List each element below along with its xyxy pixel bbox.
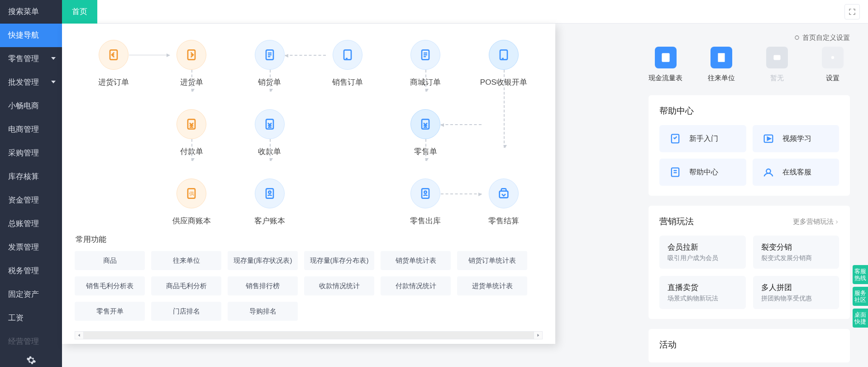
- flow-sales-order[interactable]: 销售订单: [309, 40, 386, 87]
- mkt-live[interactable]: 直播卖货场景式购物新玩法: [659, 276, 746, 309]
- sidebar-item-wholesale[interactable]: 批发管理: [0, 71, 62, 94]
- svg-point-0: [795, 36, 799, 39]
- flow-customer-ledger[interactable]: 客户账本: [231, 179, 309, 226]
- play-icon: [761, 131, 776, 146]
- sidebar-item-ecommerce[interactable]: 电商管理: [0, 118, 62, 141]
- cashflow-icon: [655, 47, 677, 68]
- flow-mall-order[interactable]: 商城订单: [386, 40, 464, 87]
- mkt-group[interactable]: 多人拼团拼团购物享受优惠: [753, 276, 839, 309]
- flow-retail-out[interactable]: 零售出库: [386, 179, 464, 226]
- shortcut-settings[interactable]: 设置: [816, 47, 850, 82]
- sidebar-item-quicknav[interactable]: 快捷导航: [0, 24, 62, 47]
- help-newbie[interactable]: 新手入门: [659, 125, 746, 152]
- func-store-rank[interactable]: 门店排名: [151, 302, 221, 321]
- aim-icon: [793, 34, 801, 41]
- shortcut-cashflow[interactable]: 现金流量表: [649, 47, 682, 82]
- func-receipt-stat[interactable]: 收款情况统计: [304, 276, 374, 295]
- arrow-down-icon: [191, 139, 192, 161]
- float-desktop-shortcut[interactable]: 桌面快捷: [853, 309, 868, 328]
- home-custom-settings[interactable]: 首页自定义设置: [649, 34, 850, 42]
- func-retail-open[interactable]: 零售开单: [75, 302, 145, 321]
- flow-purchase-bill[interactable]: 进货单: [153, 40, 230, 87]
- shortcut-contacts[interactable]: 往来单位: [704, 47, 738, 82]
- func-stock-status[interactable]: 现存量(库存状况表): [228, 251, 298, 270]
- arrow-down-icon: [425, 70, 426, 92]
- list-icon: [410, 40, 440, 70]
- scroll-right-button[interactable]: [534, 332, 542, 339]
- sidebar-item-fund[interactable]: 资金管理: [0, 188, 62, 212]
- panel-title: 帮助中心: [659, 105, 839, 117]
- flow-retail-settle[interactable]: 零售结算: [465, 179, 543, 226]
- headset-icon: [761, 164, 776, 180]
- func-grid: 商品 往来单位 现存量(库存状况表) 现存量(库存分布表) 销货单统计表 销货订…: [75, 251, 543, 321]
- quicknav-flyout: 进货订单 进货单 销货单 销售订单 商城订单: [62, 24, 555, 344]
- tab-home[interactable]: 首页: [62, 0, 97, 24]
- func-sales-profit[interactable]: 销售毛利分析表: [75, 276, 145, 295]
- flow-payment[interactable]: 付款单: [153, 109, 230, 157]
- flow-retail-bill[interactable]: 零售单: [386, 109, 464, 157]
- help-video[interactable]: 视频学习: [753, 125, 839, 152]
- sidebar-item-label: 批发管理: [8, 78, 39, 87]
- mkt-member[interactable]: 会员拉新吸引用户成为会员: [659, 236, 746, 269]
- help-service[interactable]: 在线客服: [753, 159, 839, 186]
- func-stock-dist[interactable]: 现存量(库存分布表): [304, 251, 374, 270]
- svg-rect-3: [718, 53, 725, 62]
- building-icon: [711, 47, 732, 68]
- outstock-icon: [410, 179, 440, 208]
- mkt-fission[interactable]: 裂变分销裂变式发展分销商: [753, 236, 839, 269]
- sidebar-search[interactable]: 搜索菜单: [0, 0, 62, 24]
- sidebar-item-salary[interactable]: 工资: [0, 306, 62, 330]
- func-product-profit[interactable]: 商品毛利分析: [151, 276, 221, 295]
- checklist-icon: [668, 131, 683, 146]
- sidebar-item-tax[interactable]: 税务管理: [0, 259, 62, 283]
- scroll-left-button[interactable]: [75, 332, 83, 339]
- sidebar-item-invoice[interactable]: 发票管理: [0, 236, 62, 259]
- help-item-label: 新手入门: [689, 134, 718, 144]
- float-service-hotline[interactable]: 客服热线: [853, 265, 868, 284]
- float-community[interactable]: 服务社区: [853, 287, 868, 306]
- flow-label: 零售结算: [465, 216, 543, 226]
- func-payment-stat[interactable]: 付款情况统计: [381, 276, 451, 295]
- help-item-label: 在线客服: [782, 168, 811, 177]
- func-guide-rank[interactable]: 导购排名: [228, 302, 298, 321]
- marketing-more-link[interactable]: 更多营销玩法: [793, 217, 839, 226]
- home-settings-label: 首页自定义设置: [802, 34, 850, 41]
- func-salesorder-stat[interactable]: 销货订单统计表: [457, 251, 527, 270]
- func-product[interactable]: 商品: [75, 251, 145, 270]
- svg-point-24: [424, 191, 427, 193]
- more-label: 更多营销玩法: [793, 217, 834, 225]
- sidebar-settings[interactable]: [0, 353, 62, 367]
- doc-icon: [489, 40, 519, 70]
- flow-receipt[interactable]: 收款单: [231, 109, 309, 157]
- sidebar-item-inventory[interactable]: 库存核算: [0, 165, 62, 188]
- help-item-label: 帮助中心: [689, 168, 718, 177]
- sidebar-item-xiaochang[interactable]: 小畅电商: [0, 94, 62, 118]
- sidebar-item-asset[interactable]: 固定资产: [0, 283, 62, 306]
- float-tags: 客服热线 服务社区 桌面快捷: [853, 265, 868, 330]
- flow-purchase-order[interactable]: 进货订单: [75, 40, 153, 87]
- money-icon: [410, 109, 440, 139]
- marketing-panel: 营销玩法 更多营销玩法 会员拉新吸引用户成为会员 裂变分销裂变式发展分销商 直播…: [649, 206, 850, 319]
- scroll-track[interactable]: [83, 332, 534, 339]
- func-sales-stat[interactable]: 销货单统计表: [381, 251, 451, 270]
- chevron-down-icon: [51, 57, 56, 60]
- help-panel: 帮助中心 新手入门 视频学习 帮助中心 在线客服: [649, 95, 850, 196]
- sidebar-item-purchase[interactable]: 采购管理: [0, 141, 62, 165]
- flow-sales-bill[interactable]: 销货单: [231, 40, 309, 87]
- horizontal-scrollbar[interactable]: [75, 331, 543, 339]
- flow-supplier-ledger[interactable]: 供 供应商账本: [153, 179, 230, 226]
- func-sales-rank[interactable]: 销售排行榜: [228, 276, 298, 295]
- mkt-sub: 裂变式发展分销商: [761, 254, 831, 262]
- triangle-right-icon: [536, 333, 540, 337]
- sidebar-item-management[interactable]: 经营管理: [0, 330, 62, 353]
- func-contacts[interactable]: 往来单位: [151, 251, 221, 270]
- flow-label: 客户账本: [231, 216, 309, 226]
- fullscreen-button[interactable]: [844, 4, 860, 19]
- help-center[interactable]: 帮助中心: [659, 159, 746, 186]
- sidebar-item-ledger[interactable]: 总账管理: [0, 212, 62, 236]
- flow-label: 销售订单: [309, 77, 386, 87]
- func-purchase-stat[interactable]: 进货单统计表: [457, 276, 527, 295]
- tabbar: 首页: [62, 0, 868, 24]
- sidebar-item-retail[interactable]: 零售管理: [0, 47, 62, 71]
- flow-pos-open[interactable]: POS收银开单: [465, 40, 543, 87]
